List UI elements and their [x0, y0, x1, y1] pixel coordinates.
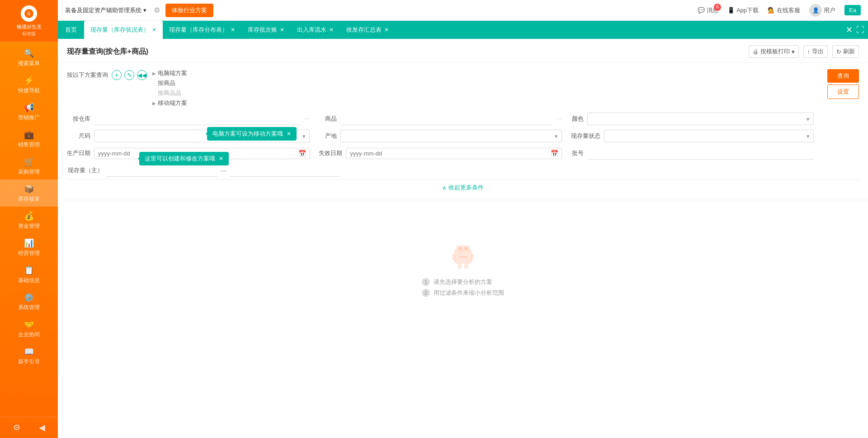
purchase-icon: 🛒	[24, 157, 34, 167]
sidebar-item-sales[interactable]: 💼 销售管理	[0, 125, 58, 152]
scheme-arrow-icon: ▶	[152, 71, 156, 76]
tooltip-close-2[interactable]: ✕	[219, 155, 223, 162]
stock-max-input[interactable]	[230, 164, 340, 177]
scheme-sub-item2[interactable]: 按商品品	[152, 89, 187, 97]
origin-label: 产地	[319, 132, 337, 140]
avatar: 👤	[809, 4, 822, 17]
warehouse-field: 按仓库 ···	[67, 113, 310, 125]
tooltip-close-1[interactable]: ✕	[287, 131, 291, 137]
app-download-item[interactable]: 📱 App下载	[727, 6, 759, 14]
sidebar-item-label: 快捷导航	[18, 87, 40, 94]
tab-close-icon[interactable]: ✕	[280, 27, 284, 33]
page-actions: 🖨 按模板打印 ▾ ↑ 导出 ↻ 刷新	[749, 45, 859, 58]
collapse-sidebar-icon[interactable]: ◀	[39, 423, 45, 433]
export-btn[interactable]: ↑ 导出	[803, 45, 828, 58]
stock-status-select[interactable]: ▾	[604, 130, 814, 142]
sales-icon: 💼	[24, 130, 34, 140]
tab-right-actions: ✕ ⛶	[846, 25, 868, 35]
sidebar-logo: 6 畅通好生意 标准版	[0, 0, 58, 42]
collapse-chevron-icon: ∧	[442, 184, 447, 191]
expire-date-input[interactable]	[346, 148, 561, 159]
topbar-gear-icon[interactable]: ⚙	[154, 6, 160, 14]
filter-section: 按以下方案查询 + ✎ ◀◀ ▶ 电脑端方案 按商品 按商品	[58, 63, 868, 200]
query-btn[interactable]: 查询	[827, 69, 859, 83]
setting-btn[interactable]: 设置	[827, 85, 859, 99]
calendar-icon-expire[interactable]: 📅	[551, 150, 558, 157]
tab-label: 现存量（库存状况表）	[90, 26, 149, 34]
print-label: 按模板打印	[760, 47, 790, 56]
svg-rect-10	[464, 264, 468, 268]
tab-summary[interactable]: 收发存汇总表 ✕	[340, 21, 395, 39]
warehouse-dots-icon[interactable]: ···	[304, 115, 310, 123]
stock-main-label: 现存量（主）	[67, 166, 103, 174]
export-icon: ↑	[807, 48, 811, 55]
tab-close-icon[interactable]: ✕	[384, 27, 389, 33]
sidebar-item-label: 经营管理	[18, 250, 40, 257]
collapse-btn[interactable]: ∧ 收起更多条件	[67, 179, 859, 195]
sidebar-item-purchase[interactable]: 🛒 采购管理	[0, 152, 58, 179]
edit-scheme-btn[interactable]: ✎	[124, 70, 134, 80]
user-item[interactable]: 👤 用户	[809, 4, 835, 17]
origin-select[interactable]: ▾	[340, 130, 561, 142]
batch-input-area[interactable]	[587, 147, 814, 160]
phone-icon: 📱	[727, 7, 735, 14]
tab-inventory-dist[interactable]: 现存量（库存分布表） ✕	[163, 21, 241, 39]
color-select[interactable]: ▾	[587, 113, 814, 125]
support-icon: 💁	[768, 7, 775, 14]
color-chevron-icon: ▾	[807, 116, 810, 122]
tab-close-icon[interactable]: ✕	[329, 27, 334, 33]
scheme-item-pc[interactable]: ▶ 电脑端方案	[152, 69, 187, 77]
print-arrow-icon: ▾	[792, 48, 795, 55]
sidebar-item-label: 库存核算	[18, 195, 40, 203]
arrow-scheme-btn[interactable]: ◀◀	[137, 70, 147, 80]
tabbar: 首页 现存量（库存状况表） ✕ 现存量（库存分布表） ✕ 库存批次账 ✕ 出入库…	[58, 21, 868, 39]
tab-fullscreen-icon[interactable]: ⛶	[856, 25, 864, 35]
sidebar-item-system[interactable]: ⚙️ 系统管理	[0, 288, 58, 315]
calendar-icon-produce[interactable]: 📅	[298, 150, 306, 157]
refresh-btn[interactable]: ↻ 刷新	[832, 45, 859, 58]
tab-home[interactable]: 首页	[58, 21, 84, 39]
sidebar-item-label: 营销推广	[18, 114, 40, 122]
settings-bottom-icon[interactable]: ⚙	[13, 423, 20, 433]
page-header: 现存量查询(按仓库+商品) 🖨 按模板打印 ▾ ↑ 导出 ↻ 刷新	[58, 39, 868, 63]
expire-date-input-wrap: 📅	[346, 148, 561, 159]
search-menu-icon: 🔍	[24, 48, 34, 58]
tab-batch-account[interactable]: 库存批次账 ✕	[241, 21, 291, 39]
sidebar-item-enterprise[interactable]: 🤝 企业协同	[0, 315, 58, 342]
stock-min-input[interactable]	[107, 164, 217, 177]
filter-fields-row2: 尺码 ▾ 产地 ▾ 现存量状态	[67, 130, 859, 142]
empty-step-2: 2 用过滤条件来缩小分析范围	[422, 289, 504, 297]
add-scheme-btn[interactable]: +	[112, 70, 122, 80]
goods-input-area	[340, 113, 552, 125]
color-field: 颜色 ▾	[571, 113, 814, 125]
tab-in-out-flow[interactable]: 出入库流水 ✕	[291, 21, 340, 39]
ea-button[interactable]: Ea	[844, 5, 861, 15]
goods-dots-icon[interactable]: ···	[556, 115, 561, 123]
sidebar-item-marketing[interactable]: 📢 营销推广	[0, 98, 58, 125]
sidebar-item-guide[interactable]: 📖 新手引导	[0, 342, 58, 369]
sidebar-item-search[interactable]: 🔍 搜索菜单	[0, 44, 58, 71]
tab-close-icon[interactable]: ✕	[152, 27, 156, 33]
system-selector[interactable]: 装备及固定资产辅助管理系统 ▾	[65, 6, 146, 14]
tab-close-all-icon[interactable]: ✕	[846, 25, 853, 35]
stock-main-inputs: —	[107, 164, 340, 177]
scheme-item-mobile[interactable]: ▶ 移动端方案	[152, 99, 187, 107]
sidebar-item-finance[interactable]: 💰 资金管理	[0, 207, 58, 234]
sidebar-item-basic-info[interactable]: 📋 基础信息	[0, 261, 58, 288]
message-item[interactable]: 💬 消息 6	[698, 6, 718, 14]
sidebar-item-business[interactable]: 📊 经营管理	[0, 234, 58, 261]
print-btn[interactable]: 🖨 按模板打印 ▾	[749, 45, 799, 58]
tab-close-icon[interactable]: ✕	[231, 27, 235, 33]
topbar-right: 💬 消息 6 📱 App下载 💁 在线客服 👤 用户 Ea	[698, 4, 861, 17]
sidebar-item-label: 采购管理	[18, 168, 40, 176]
enterprise-icon: 🤝	[24, 320, 34, 330]
online-support-item[interactable]: 💁 在线客服	[768, 6, 800, 14]
warehouse-input-area	[94, 113, 300, 125]
sidebar-item-quick-nav[interactable]: ⚡ 快捷导航	[0, 71, 58, 98]
tab-inventory-status[interactable]: 现存量（库存状况表） ✕	[84, 21, 163, 39]
scheme-sub-item[interactable]: 按商品	[152, 79, 187, 87]
filter-label: 按以下方案查询	[67, 69, 108, 79]
industry-btn[interactable]: 体验行业方案	[165, 4, 213, 17]
batch-field: 批号	[571, 147, 814, 160]
sidebar-item-inventory[interactable]: 📦 库存核算	[0, 179, 58, 207]
